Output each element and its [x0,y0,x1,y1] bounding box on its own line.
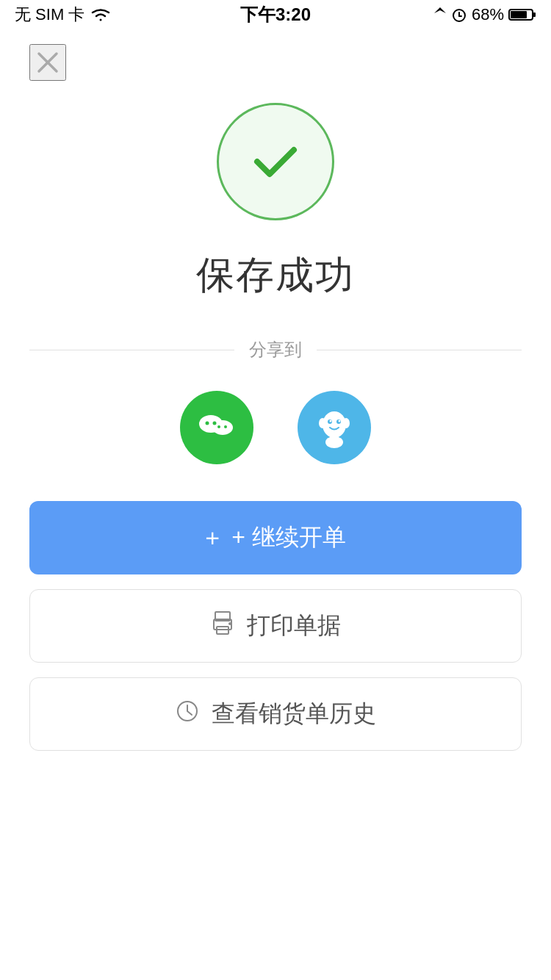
printer-icon [210,610,235,641]
history-label: 查看销货单历史 [212,698,376,730]
svg-point-16 [342,418,350,428]
plus-icon: + [205,524,220,552]
history-button[interactable]: 查看销货单历史 [29,677,522,751]
svg-point-14 [323,411,346,438]
svg-rect-4 [533,12,536,17]
checkmark-icon [246,132,305,191]
success-title: 保存成功 [196,250,355,301]
history-icon [175,699,200,729]
no-sim-text: 无 SIM 卡 [15,4,84,26]
success-circle [217,103,334,220]
battery-percent: 68% [472,5,504,24]
share-label: 分享到 [249,338,302,361]
svg-point-25 [228,622,231,625]
svg-rect-5 [511,11,527,18]
status-right: 68% [433,5,536,24]
close-button[interactable] [29,44,66,81]
battery-icon [508,7,536,22]
share-divider: 分享到 [29,338,522,361]
location-icon [433,7,447,23]
continue-label: + 继续开单 [231,522,346,554]
continue-button[interactable]: + + 继续开单 [29,501,522,574]
print-label: 打印单据 [247,610,341,642]
wifi-icon [90,7,111,23]
print-button[interactable]: 打印单据 [29,589,522,663]
svg-point-11 [213,422,217,425]
share-icons [29,391,522,464]
share-section: 分享到 [29,338,522,464]
qq-icon [314,406,355,450]
svg-point-15 [319,418,326,428]
main-content: 保存成功 分享到 [0,29,551,980]
svg-point-19 [330,420,332,422]
wechat-share-button[interactable] [180,391,253,464]
action-buttons: + + 继续开单 打印单据 查看销货单历 [29,501,522,751]
status-left: 无 SIM 卡 [15,4,111,26]
status-time: 下午3:20 [240,3,311,26]
svg-point-20 [339,420,341,422]
svg-point-13 [224,425,227,428]
close-icon [36,51,60,74]
status-bar: 无 SIM 卡 下午3:20 68% [0,0,551,29]
svg-point-10 [206,422,209,425]
qq-share-button[interactable] [298,391,371,464]
alarm-icon [451,7,467,23]
svg-point-21 [325,436,343,448]
wechat-icon [195,409,239,446]
svg-point-12 [217,425,220,428]
